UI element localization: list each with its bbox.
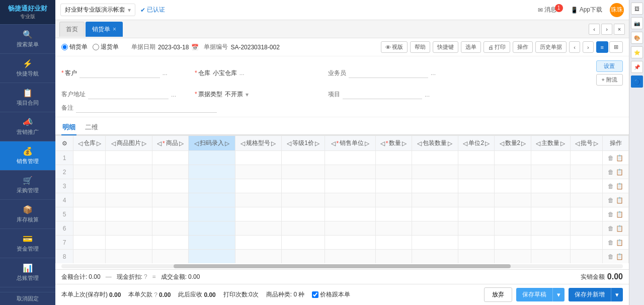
tab-detail[interactable]: 明细 <box>61 120 76 135</box>
select-btn[interactable]: 选单 <box>461 41 481 53</box>
salesperson-field: 业务员 ... <box>328 68 454 78</box>
next-record-btn[interactable]: › <box>583 41 594 53</box>
order-type-radio-group: 销货单 退货单 <box>61 43 119 51</box>
delete-row-icon[interactable]: 🗑 <box>608 183 614 190</box>
tab-next-btn[interactable]: › <box>601 24 612 35</box>
logo-title: 畅捷通好业财 <box>4 4 51 13</box>
invoice-dropdown-icon[interactable]: ▾ <box>246 91 249 98</box>
right-panel-btn-0[interactable]: 🖼 <box>631 3 643 15</box>
tab-close-icon[interactable]: × <box>113 26 116 33</box>
abandon-btn[interactable]: 放弃 <box>484 287 512 302</box>
delete-row-icon[interactable]: 🗑 <box>608 211 614 218</box>
app-download-btn[interactable]: 📱 App下载 <box>571 6 602 14</box>
print-icon: 🖨 <box>488 44 494 50</box>
right-panel-btn-4[interactable]: 📌 <box>631 61 643 73</box>
copy-row-icon[interactable]: 📋 <box>616 225 623 232</box>
horizontal-scrollbar[interactable] <box>61 264 623 268</box>
copy-row-icon[interactable]: 📋 <box>616 155 623 162</box>
remark-input[interactable] <box>76 103 217 113</box>
customer-ellipsis[interactable]: ... <box>163 69 168 77</box>
search-icon: 🔍 <box>23 30 33 39</box>
sidebar-item-accounting[interactable]: 📊 总账管理 <box>0 258 55 287</box>
action-btn[interactable]: 操作 <box>513 41 533 53</box>
grid-view-btn[interactable]: ⊞ <box>609 41 623 53</box>
tab-prev-btn[interactable]: ‹ <box>589 24 600 35</box>
sidebar-item-sales[interactable]: 💰 销售管理 <box>0 141 55 171</box>
copy-row-icon[interactable]: 📋 <box>616 211 623 218</box>
sidebar-nav: 🔍 搜索菜单 ⚡ 快捷导航 📋 项目合同 📣 营销推广 💰 销售管理 🛒 采购管… <box>0 25 55 292</box>
copy-row-icon[interactable]: 📋 <box>616 183 623 190</box>
company-name: 好业财专业版演示帐套 <box>65 6 125 14</box>
col-pkg-qty: ◁包装数量▷ <box>412 136 458 151</box>
sidebar-item-quick-nav[interactable]: ⚡ 快捷导航 <box>0 54 55 83</box>
radio-return[interactable]: 退货单 <box>93 43 119 51</box>
cancel-pin-btn[interactable]: 取消固定 <box>0 292 55 305</box>
tab-close-all-btn[interactable]: × <box>614 24 625 35</box>
receivable-field: 此后应收 0.00 <box>178 290 215 299</box>
project-input[interactable] <box>343 90 422 99</box>
sidebar-item-marketing[interactable]: 📣 营销推广 <box>0 112 55 141</box>
right-panel-btn-1[interactable]: 📷 <box>631 17 643 29</box>
delete-row-icon[interactable]: 🗑 <box>608 225 614 232</box>
save-new-btn[interactable]: 保存并新增 <box>569 288 611 301</box>
save-draft-btn[interactable]: 保存草稿 <box>516 288 552 301</box>
date-value[interactable]: 2023-03-18 <box>158 44 189 51</box>
scrollbar-thumb[interactable] <box>174 264 511 268</box>
customer-label: 客户 <box>61 69 77 78</box>
sidebar-item-accounting-label: 总账管理 <box>17 274 39 282</box>
address-ellipsis[interactable]: ... <box>171 91 176 98</box>
print-btn[interactable]: 🖨打印 <box>484 41 510 53</box>
salesperson-ellipsis[interactable]: ... <box>431 69 436 77</box>
prev-record-btn[interactable]: ‹ <box>569 41 580 53</box>
right-panel-btn-2[interactable]: 🎨 <box>631 32 643 44</box>
calendar-icon[interactable]: 📅 <box>191 44 199 51</box>
save-draft-arrow-btn[interactable]: ▾ <box>552 288 565 301</box>
help-icon[interactable]: ? <box>144 273 147 280</box>
save-new-arrow-btn[interactable]: ▾ <box>611 288 623 301</box>
right-panel-btn-3[interactable]: ⭐ <box>631 46 643 58</box>
sidebar-item-funds[interactable]: 💳 资金管理 <box>0 229 55 258</box>
sidebar-item-stock[interactable]: 📦 库存核算 <box>0 200 55 229</box>
project-ellipsis[interactable]: ... <box>425 91 430 98</box>
delete-row-icon[interactable]: 🗑 <box>608 239 614 246</box>
settings-btn[interactable]: 设置 <box>596 60 623 72</box>
radio-sales-order[interactable]: 销货单 <box>61 43 88 51</box>
address-input[interactable] <box>88 90 169 99</box>
delete-row-icon[interactable]: 🗑 <box>608 253 614 260</box>
help-debt-icon[interactable]: ? <box>154 291 157 298</box>
table-container[interactable]: ⚙ ◁仓库▷ ◁商品图片▷ ◁*商品▷ ◁扫码录入▷ <box>55 135 629 263</box>
sidebar-item-search[interactable]: 🔍 搜索菜单 <box>0 25 55 54</box>
table-view-btn[interactable]: ≡ <box>596 41 608 53</box>
salesperson-input[interactable] <box>349 68 428 78</box>
marketing-icon: 📣 <box>23 117 33 127</box>
history-btn[interactable]: 历史单据 <box>535 41 567 53</box>
copy-row-icon[interactable]: 📋 <box>616 239 623 246</box>
sidebar-item-purchase[interactable]: 🛒 采购管理 <box>0 171 55 200</box>
warehouse-ellipsis[interactable]: ... <box>239 69 245 77</box>
tab-home[interactable]: 首页 <box>59 22 85 37</box>
customer-input[interactable] <box>79 68 160 78</box>
copy-row-icon[interactable]: 📋 <box>616 169 623 176</box>
right-panel-btn-5[interactable]: 🔵 <box>631 75 643 88</box>
delete-row-icon[interactable]: 🗑 <box>608 197 614 204</box>
attach-btn[interactable]: + 附流 <box>596 74 623 86</box>
company-selector[interactable]: 好业财专业版演示帐套 ▾ <box>60 4 135 16</box>
user-avatar[interactable]: 珠珠 <box>610 3 624 17</box>
copy-row-icon[interactable]: 📋 <box>616 197 623 204</box>
shortcut-btn[interactable]: 快捷键 <box>433 41 458 53</box>
number-value[interactable]: SA-20230318-002 <box>230 44 279 51</box>
delete-row-icon[interactable]: 🗑 <box>608 169 614 176</box>
tab-sales-order[interactable]: 销货单 × <box>86 22 123 37</box>
tab-2d[interactable]: 二维 <box>84 120 99 135</box>
project-field: 项目 ... <box>328 90 454 99</box>
messages-btn[interactable]: ✉ 消息 1 <box>538 6 563 14</box>
col-gear[interactable]: ⚙ <box>56 136 73 151</box>
copy-row-icon[interactable]: 📋 <box>616 253 623 260</box>
delete-row-icon[interactable]: 🗑 <box>608 155 614 162</box>
sidebar-item-projects[interactable]: 📋 项目合同 <box>0 83 55 112</box>
view-btn[interactable]: 👁视版 <box>381 41 408 53</box>
col-batch-input[interactable]: ◁扫码录入▷ <box>189 136 235 151</box>
sidebar-item-invoice[interactable]: 🧾 发票管理 <box>0 287 55 292</box>
help-btn[interactable]: 帮助 <box>410 41 430 53</box>
price-checkbox[interactable]: 价格跟本单 <box>312 290 350 299</box>
